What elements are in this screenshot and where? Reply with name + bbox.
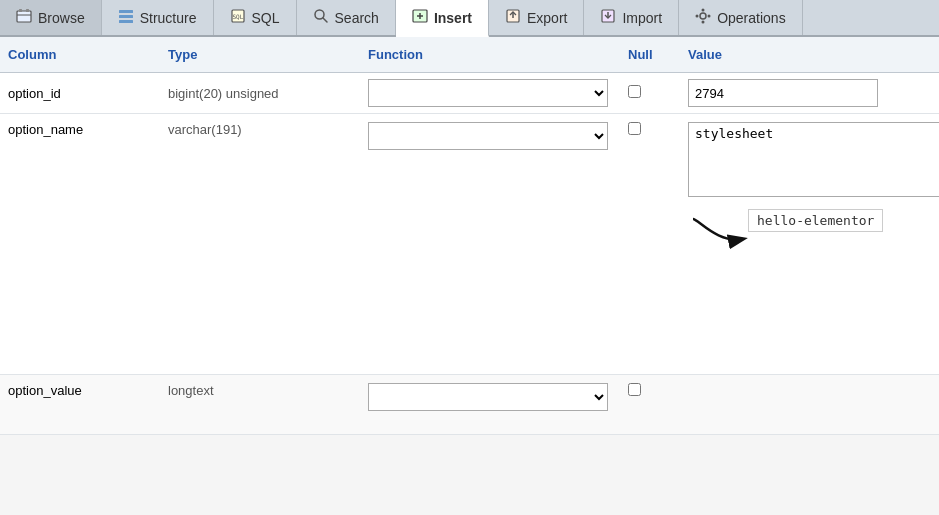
header-column: Column bbox=[0, 43, 160, 66]
search-icon bbox=[313, 8, 329, 27]
value-textarea-option-name[interactable]: stylesheet bbox=[688, 122, 939, 197]
svg-rect-5 bbox=[119, 15, 133, 18]
header-function: Function bbox=[360, 43, 620, 66]
function-select-option-id[interactable] bbox=[368, 79, 608, 107]
hello-elementor-annotation: hello-elementor bbox=[688, 204, 939, 232]
type-option-value: longtext bbox=[160, 375, 360, 434]
null-checkbox-option-value[interactable] bbox=[628, 383, 641, 396]
arrow-icon bbox=[688, 214, 758, 254]
nav-browse-label: Browse bbox=[38, 10, 85, 26]
structure-icon bbox=[118, 8, 134, 27]
import-icon bbox=[600, 8, 616, 27]
value-area-option-name: stylesheet hello-elementor bbox=[680, 114, 939, 374]
svg-point-21 bbox=[696, 15, 699, 18]
func-option-id bbox=[360, 73, 620, 113]
col-option-id: option_id bbox=[0, 80, 160, 107]
value-option-id bbox=[680, 73, 939, 113]
browse-icon bbox=[16, 8, 32, 27]
hello-elementor-text: hello-elementor bbox=[748, 209, 883, 232]
null-option-value bbox=[620, 375, 680, 434]
col-option-value: option_value bbox=[0, 375, 160, 434]
null-option-name bbox=[620, 114, 680, 374]
operations-icon bbox=[695, 8, 711, 27]
func-option-name bbox=[360, 114, 620, 374]
function-select-option-name[interactable] bbox=[368, 122, 608, 150]
nav-export[interactable]: Export bbox=[489, 0, 584, 35]
nav-bar: Browse Structure SQL SQL Search bbox=[0, 0, 939, 37]
type-option-name: varchar(191) bbox=[160, 114, 360, 374]
export-icon bbox=[505, 8, 521, 27]
value-input-option-id[interactable] bbox=[688, 79, 878, 107]
value-option-value bbox=[680, 375, 939, 434]
nav-export-label: Export bbox=[527, 10, 567, 26]
nav-sql-label: SQL bbox=[252, 10, 280, 26]
annotation-container: hello-elementor bbox=[688, 204, 939, 232]
table-header: Column Type Function Null Value bbox=[0, 37, 939, 73]
null-option-id bbox=[620, 79, 680, 107]
sql-icon: SQL bbox=[230, 8, 246, 27]
nav-structure[interactable]: Structure bbox=[102, 0, 214, 35]
svg-rect-6 bbox=[119, 20, 133, 23]
nav-insert-label: Insert bbox=[434, 10, 472, 26]
svg-line-10 bbox=[323, 18, 327, 22]
nav-insert[interactable]: Insert bbox=[396, 0, 489, 37]
svg-point-22 bbox=[708, 15, 711, 18]
type-option-id: bigint(20) unsigned bbox=[160, 80, 360, 107]
function-select-option-value[interactable] bbox=[368, 383, 608, 411]
nav-search-label: Search bbox=[335, 10, 379, 26]
func-option-value bbox=[360, 375, 620, 434]
svg-point-19 bbox=[702, 9, 705, 12]
nav-import-label: Import bbox=[622, 10, 662, 26]
insert-icon bbox=[412, 8, 428, 27]
svg-rect-1 bbox=[19, 9, 22, 12]
nav-search[interactable]: Search bbox=[297, 0, 396, 35]
header-null: Null bbox=[620, 43, 680, 66]
svg-point-20 bbox=[702, 21, 705, 24]
header-type: Type bbox=[160, 43, 360, 66]
nav-import[interactable]: Import bbox=[584, 0, 679, 35]
svg-point-18 bbox=[700, 13, 706, 19]
nav-browse[interactable]: Browse bbox=[0, 0, 102, 35]
svg-rect-4 bbox=[119, 10, 133, 13]
header-value: Value bbox=[680, 43, 939, 66]
svg-rect-2 bbox=[26, 9, 29, 12]
null-checkbox-option-id[interactable] bbox=[628, 85, 641, 98]
col-option-name: option_name bbox=[0, 114, 160, 374]
null-checkbox-option-name[interactable] bbox=[628, 122, 641, 135]
nav-operations[interactable]: Operations bbox=[679, 0, 802, 35]
svg-text:SQL: SQL bbox=[232, 13, 243, 20]
table-row: option_name varchar(191) stylesheet bbox=[0, 114, 939, 375]
table-row: option_value longtext bbox=[0, 375, 939, 435]
main-content: Column Type Function Null Value option_i… bbox=[0, 37, 939, 435]
table-row: option_id bigint(20) unsigned bbox=[0, 73, 939, 114]
svg-rect-0 bbox=[17, 11, 31, 22]
nav-sql[interactable]: SQL SQL bbox=[214, 0, 297, 35]
nav-structure-label: Structure bbox=[140, 10, 197, 26]
nav-operations-label: Operations bbox=[717, 10, 785, 26]
